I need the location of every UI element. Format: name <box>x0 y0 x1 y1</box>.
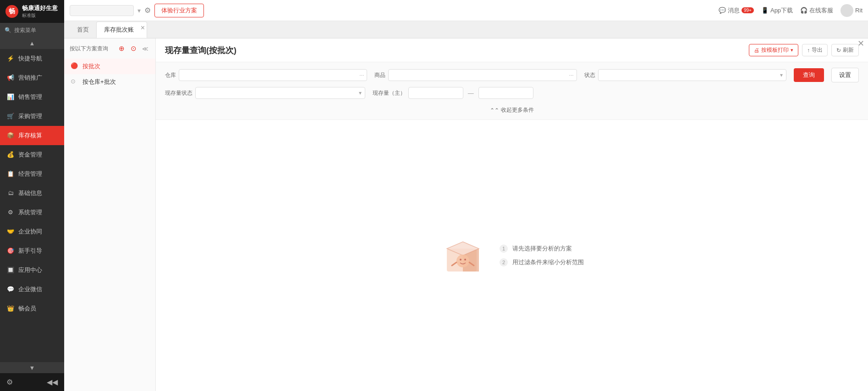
product-more-icon[interactable]: ··· <box>566 72 577 78</box>
sidebar-item-apps[interactable]: 🔲 应用中心 <box>0 261 64 280</box>
sidebar-item-wechat[interactable]: 💬 企业微信 <box>0 280 64 299</box>
sidebar-item-quick-nav[interactable]: ⚡ 快捷导航 <box>0 49 64 68</box>
topbar-dropdown-icon[interactable]: ▾ <box>137 7 141 14</box>
sidebar-item-finance[interactable]: 💰 资金管理 <box>0 145 64 164</box>
filter-row-2: 现存量状态 现存量（主） — <box>165 87 859 99</box>
page-title: 现存量查询(按批次) <box>165 45 236 56</box>
scroll-up-btn[interactable]: ▲ <box>0 38 64 49</box>
sidebar-item-system[interactable]: ⚙ 系统管理 <box>0 203 64 222</box>
export-label: 导出 <box>812 46 823 54</box>
sidebar-item-operation[interactable]: 📋 经营管理 <box>0 164 64 184</box>
status-field: 状态 <box>584 69 786 81</box>
message-icon: 💬 <box>719 7 726 14</box>
phone-icon: 📱 <box>761 7 769 14</box>
sidebar-item-label: 畅会员 <box>18 304 36 313</box>
warehouse-field: 仓库 ··· <box>165 69 367 81</box>
status-select[interactable] <box>598 69 786 81</box>
sidebar-item-enterprise[interactable]: 🤝 企业协同 <box>0 222 64 241</box>
messages-button[interactable]: 💬 消息 99+ <box>719 6 754 15</box>
sidebar-item-inventory[interactable]: 📦 库存核算 <box>0 126 64 145</box>
set-button[interactable]: 设置 <box>831 68 859 82</box>
scheme-item-warehouse-batch[interactable]: ⊙ 按仓库+批次 <box>64 74 155 90</box>
messages-badge: 99+ <box>742 7 754 13</box>
sidebar-nav: ⚡ 快捷导航 📢 营销推广 📊 销售管理 🛒 采购管理 📦 库存核算 💰 资金管… <box>0 49 64 362</box>
collapse-sidebar-icon[interactable]: ◀◀ <box>47 378 58 386</box>
tab-inventory-batch[interactable]: 库存批次账 × <box>96 22 147 38</box>
wechat-icon: 💬 <box>6 285 15 293</box>
scheme-label-warehouse-batch: 按仓库+批次 <box>82 78 116 86</box>
headset-icon: 🎧 <box>800 7 808 14</box>
enterprise-icon: 🤝 <box>6 228 15 236</box>
refresh-button[interactable]: ↻ 刷新 <box>831 44 859 56</box>
sidebar-item-sales[interactable]: 📊 销售管理 <box>0 87 64 107</box>
status-label: 状态 <box>584 71 595 79</box>
scheme-item-batch[interactable]: 🔴 按批次 <box>64 59 155 74</box>
config-scheme-icon[interactable]: ⊙ <box>129 44 138 53</box>
search-menu[interactable]: 🔍 搜索菜单 <box>0 23 64 38</box>
inventory-qty-to[interactable] <box>478 87 533 99</box>
topbar-search-input[interactable] <box>70 5 134 16</box>
product-input[interactable] <box>389 70 566 81</box>
newbie-icon: 🎯 <box>6 247 15 255</box>
query-button[interactable]: 查询 <box>794 68 824 82</box>
logo-text: 畅 <box>9 7 15 16</box>
user-avatar-area[interactable]: Rit <box>841 4 863 17</box>
purchase-icon: 🛒 <box>6 112 15 120</box>
collapse-panel-icon[interactable]: ≪ <box>141 44 150 53</box>
online-service-button[interactable]: 🎧 在线客服 <box>800 6 833 15</box>
export-icon: ↑ <box>807 47 810 54</box>
page-header: 现存量查询(按批次) 🖨 按模板打印 ▾ ↑ 导出 ↻ <box>156 38 868 62</box>
warehouse-input-wrapper: ··· <box>179 69 367 81</box>
chevron-up-icon: ⌃⌃ <box>490 107 499 114</box>
main-close-button[interactable]: ✕ <box>857 38 864 49</box>
sidebar-item-label: 营销推广 <box>18 74 42 82</box>
inventory-status-field: 现存量状态 <box>165 87 365 99</box>
filter-row-1: 仓库 ··· 商品 ··· <box>165 68 859 82</box>
print-dropdown-icon[interactable]: ▾ <box>791 47 793 53</box>
sidebar-item-label: 企业微信 <box>18 285 42 293</box>
sidebar-item-marketing[interactable]: 📢 营销推广 <box>0 68 64 87</box>
sidebar-item-newbie[interactable]: 🎯 新手引导 <box>0 241 64 261</box>
sidebar-item-label: 销售管理 <box>18 93 42 101</box>
warehouse-input[interactable] <box>179 70 357 81</box>
tab-close-button[interactable]: × <box>141 24 145 32</box>
app-download-button[interactable]: 📱 App下载 <box>761 6 793 15</box>
right-content: 现存量查询(按批次) 🖨 按模板打印 ▾ ↑ 导出 ↻ <box>156 38 868 391</box>
sidebar-item-label: 基础信息 <box>18 189 42 197</box>
tab-bar: 首页 库存批次账 × <box>64 21 868 38</box>
svg-point-6 <box>464 259 466 261</box>
scroll-down-btn[interactable]: ▼ <box>0 362 64 373</box>
step-num-1: 1 <box>500 244 508 253</box>
empty-illustration <box>440 233 486 278</box>
system-icon: ⚙ <box>6 208 15 217</box>
sidebar-header: 畅 畅康通好生意 标准版 <box>0 0 64 23</box>
sidebar-item-purchase[interactable]: 🛒 采购管理 <box>0 107 64 126</box>
experience-industry-button[interactable]: 体验行业方案 <box>154 4 204 17</box>
inventory-qty-from[interactable] <box>408 87 463 99</box>
warehouse-more-icon[interactable]: ··· <box>357 72 367 78</box>
tab-active-label: 库存批次账 <box>104 26 134 34</box>
add-scheme-icon[interactable]: ⊕ <box>117 44 126 53</box>
app-download-label: App下载 <box>770 6 793 15</box>
topbar-settings-icon[interactable]: ⚙ <box>144 6 151 15</box>
inventory-status-select-wrapper <box>195 87 365 99</box>
marketing-icon: 📢 <box>6 74 15 82</box>
warehouse-label: 仓库 <box>165 71 176 79</box>
panel-title: 按以下方案查询 <box>70 45 108 53</box>
member-icon: 👑 <box>6 304 15 313</box>
inventory-qty-label: 现存量（主） <box>373 89 406 97</box>
print-button[interactable]: 🖨 按模板打印 ▾ <box>749 44 798 56</box>
export-button[interactable]: ↑ 导出 <box>802 44 828 56</box>
search-label: 搜索菜单 <box>14 27 36 34</box>
collapse-more-btn[interactable]: ⌃⌃ 收起更多条件 <box>165 103 859 114</box>
app-version: 标准版 <box>22 12 58 18</box>
settings-icon[interactable]: ⚙ <box>6 378 13 386</box>
sidebar-item-basic[interactable]: 🗂 基础信息 <box>0 184 64 203</box>
sidebar-item-member[interactable]: 👑 畅会员 <box>0 299 64 318</box>
inventory-status-select[interactable] <box>195 87 365 99</box>
product-input-wrapper: ··· <box>388 69 577 81</box>
printer-icon: 🖨 <box>754 47 759 54</box>
print-label: 按模板打印 <box>761 46 789 54</box>
tab-home[interactable]: 首页 <box>70 22 96 38</box>
qty-dash: — <box>466 90 476 97</box>
